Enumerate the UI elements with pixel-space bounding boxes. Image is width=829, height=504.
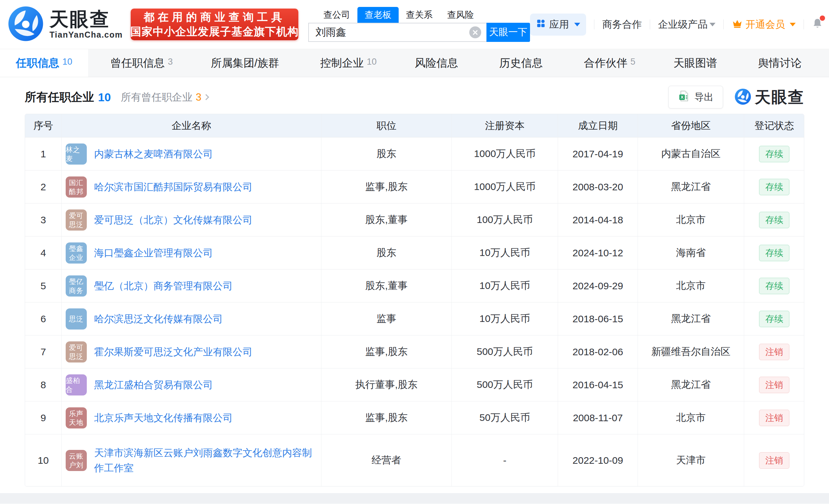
row-company-cell: 思泛 哈尔滨思泛文化传媒有限公司 — [61, 303, 321, 335]
row-company-cell: 林之麦 内蒙古林之麦啤酒有限公司 — [61, 138, 321, 170]
row-company-cell: 璺亿商务 璺亿（北京）商务管理有限公司 — [61, 269, 321, 302]
nav-vip-label: 开通会员 — [746, 18, 785, 31]
row-province: 北京市 — [638, 269, 744, 302]
company-link[interactable]: 哈尔滨思泛文化传媒有限公司 — [94, 311, 223, 326]
row-capital: 1000万人民币 — [452, 170, 558, 203]
page-tab-label: 天眼图谱 — [674, 56, 717, 71]
table-row: 7 爱可思泛 霍尔果斯爱可思泛文化产业有限公司 监事,股东 500万人民币 20… — [25, 335, 804, 368]
promo-banner-line1: 都在用的商业查询工具 — [144, 10, 285, 25]
row-seq: 9 — [25, 401, 61, 434]
export-label: 导出 — [694, 91, 714, 104]
company-avatar: 爱可思泛 — [66, 209, 87, 231]
search-box: 天眼一下 — [308, 23, 530, 42]
table-row: 4 璺鑫企业 海口璺鑫企业管理有限公司 股东 10万人民币 2024-10-12… — [25, 236, 804, 269]
tianyancha-watermark-text: 天眼查 — [755, 87, 804, 108]
row-province: 天津市 — [638, 434, 744, 486]
page-tab[interactable]: 所属集团/族群 — [195, 49, 298, 77]
chevron-down-icon — [790, 23, 796, 26]
page-tab[interactable]: 天眼图谱 — [658, 49, 736, 77]
row-status-cell: 存续 — [744, 269, 804, 302]
section-title: 所有任职企业 — [25, 89, 94, 105]
table-row: 6 思泛 哈尔滨思泛文化传媒有限公司 监事 10万人民币 2018-06-15 … — [25, 302, 804, 335]
row-company-cell: 盛柏合 黑龙江盛柏合贸易有限公司 — [61, 369, 321, 401]
row-capital: 50万人民币 — [452, 401, 558, 434]
search-tab[interactable]: 查关系 — [399, 7, 440, 23]
notification-bell[interactable] — [812, 17, 823, 32]
company-avatar: 乐声天地 — [66, 408, 87, 428]
page-tab[interactable]: 历史信息 — [483, 49, 562, 77]
apps-menu[interactable]: 应用 — [530, 13, 586, 36]
row-capital: - — [452, 434, 558, 486]
company-link[interactable]: 哈尔滨市国汇酷邦国际贸易有限公司 — [94, 180, 252, 195]
search-tab-label: 查公司 — [323, 9, 350, 21]
nav-enterprise-label: 企业级产品 — [658, 18, 708, 31]
company-link[interactable]: 内蒙古林之麦啤酒有限公司 — [94, 147, 213, 162]
page-tab-label: 任职信息 — [16, 56, 60, 71]
company-link[interactable]: 璺亿（北京）商务管理有限公司 — [94, 278, 233, 294]
export-button[interactable]: X 导出 — [668, 86, 723, 109]
nav-cooperation[interactable]: 商务合作 — [602, 18, 642, 31]
company-link[interactable]: 黑龙江盛柏合贸易有限公司 — [94, 377, 213, 392]
row-capital: 10万人民币 — [452, 236, 558, 269]
row-status-cell: 注销 — [744, 401, 804, 434]
page-tab[interactable]: 控制企业 10 — [304, 49, 392, 77]
status-badge: 存续 — [759, 311, 789, 327]
page-tab-count: 10 — [367, 57, 376, 67]
table-body: 1 林之麦 内蒙古林之麦啤酒有限公司 股东 1000万人民币 2017-04-1… — [25, 137, 804, 486]
apps-label: 应用 — [549, 18, 569, 31]
row-position: 监事,股东 — [321, 170, 452, 203]
col-header-province: 省份地区 — [638, 114, 744, 137]
clear-input-icon[interactable] — [469, 26, 481, 38]
status-badge: 注销 — [759, 377, 789, 393]
row-company-cell: 国汇酷邦 哈尔滨市国汇酷邦国际贸易有限公司 — [61, 170, 321, 203]
promo-banner: 都在用的商业查询工具 国家中小企业发展子基金旗下机构 — [131, 9, 298, 40]
search-button[interactable]: 天眼一下 — [486, 23, 530, 42]
company-link[interactable]: 爱可思泛（北京）文化传媒有限公司 — [94, 212, 252, 228]
page-tab[interactable]: 任职信息 10 — [0, 49, 88, 77]
row-position: 经营者 — [321, 434, 452, 486]
tianyancha-logo[interactable]: 天眼查 TianYanCha.com — [7, 5, 123, 43]
former-positions-link[interactable]: 所有曾任职企业 3 — [121, 90, 208, 104]
row-seq: 1 — [25, 138, 61, 170]
page-tab[interactable]: 合作伙伴 5 — [568, 49, 651, 77]
row-status-cell: 存续 — [744, 170, 804, 203]
company-avatar: 国汇酷邦 — [66, 177, 87, 198]
nav-vip[interactable]: 开通会员 — [732, 18, 796, 31]
search-tab-label: 查关系 — [406, 9, 433, 21]
company-link[interactable]: 天津市滨海新区云账户刘雨鑫数字文化创意内容制作工作室 — [94, 445, 315, 476]
top-header: 天眼查 TianYanCha.com 都在用的商业查询工具 国家中小企业发展子基… — [0, 0, 829, 49]
row-province: 内蒙古自治区 — [638, 138, 744, 170]
status-badge: 存续 — [759, 212, 789, 228]
page-tab[interactable]: 舆情讨论 — [742, 49, 820, 77]
search-input[interactable] — [316, 26, 469, 38]
row-status-cell: 注销 — [744, 369, 804, 401]
page-tabbar: 任职信息 10 曾任职信息 3 所属集团/族群 控制企业 10 风险信息 历史信… — [0, 49, 829, 77]
nav-enterprise[interactable]: 企业级产品 — [658, 18, 716, 31]
row-company-cell: 乐声天地 北京乐声天地文化传播有限公司 — [61, 401, 321, 434]
col-header-seq: 序号 — [25, 114, 61, 137]
row-company-cell: 璺鑫企业 海口璺鑫企业管理有限公司 — [61, 236, 321, 269]
company-link[interactable]: 海口璺鑫企业管理有限公司 — [94, 245, 213, 261]
row-date: 2018-02-06 — [558, 336, 638, 368]
search-tab[interactable]: 查老板 — [357, 7, 399, 23]
chevron-down-icon — [710, 23, 716, 26]
row-date: 2008-11-07 — [558, 401, 638, 434]
page-tab[interactable]: 风险信息 — [399, 49, 477, 77]
promo-banner-line2: 国家中小企业发展子基金旗下机构 — [130, 25, 299, 39]
search-tab[interactable]: 查公司 — [316, 7, 357, 23]
page-tab[interactable]: 曾任职信息 3 — [95, 49, 188, 77]
search-tab[interactable]: 查风险 — [440, 7, 481, 23]
apps-grid-icon — [536, 18, 546, 31]
row-seq: 6 — [25, 303, 61, 335]
company-link[interactable]: 霍尔果斯爱可思泛文化产业有限公司 — [94, 344, 252, 359]
search-input-wrap — [308, 23, 486, 42]
status-badge: 存续 — [759, 179, 789, 195]
row-date: 2016-04-15 — [558, 369, 638, 401]
tianyancha-logo-icon — [7, 5, 44, 43]
row-seq: 5 — [25, 269, 61, 302]
row-seq: 3 — [25, 203, 61, 236]
page-tab-label: 合作伙伴 — [584, 56, 627, 71]
search-tabs: 查公司 查老板 查关系 查风险 — [308, 7, 530, 23]
chevron-right-icon — [203, 94, 209, 100]
company-link[interactable]: 北京乐声天地文化传播有限公司 — [94, 410, 233, 426]
